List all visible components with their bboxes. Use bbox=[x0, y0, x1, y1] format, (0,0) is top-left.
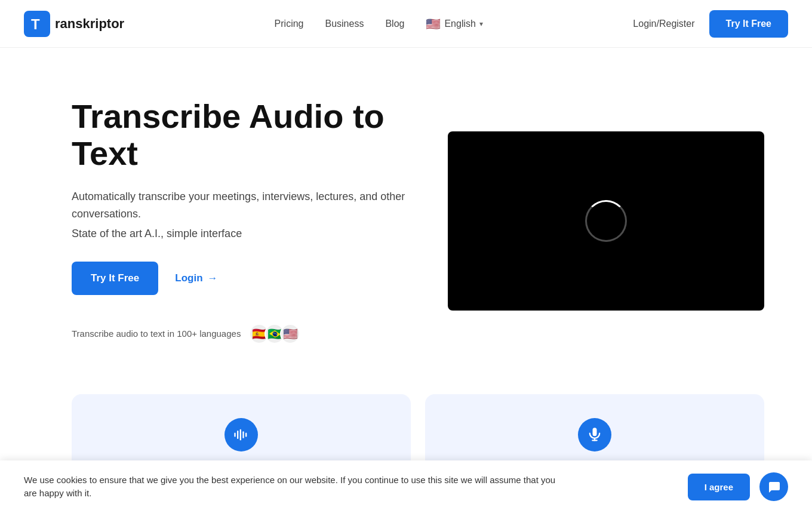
hero-cta-button[interactable]: Try It Free bbox=[72, 262, 158, 295]
cookie-text: We use cookies to ensure that we give yo… bbox=[24, 474, 561, 500]
svg-text:T: T bbox=[31, 16, 40, 32]
navbar-right: Login/Register Try It Free bbox=[633, 10, 788, 38]
languages-text: Transcribe audio to text in 100+ languag… bbox=[72, 328, 241, 339]
hero-actions: Try It Free Login → bbox=[72, 262, 406, 295]
hero-login-label: Login bbox=[175, 272, 202, 284]
cookie-actions: I agree bbox=[688, 472, 788, 501]
language-selector[interactable]: 🇺🇸 English ▾ bbox=[426, 17, 482, 31]
hero-section: Transcribe Audio to Text Automatically t… bbox=[0, 48, 812, 382]
svg-rect-4 bbox=[240, 429, 241, 441]
hero-login-link[interactable]: Login → bbox=[175, 272, 217, 284]
nav-blog[interactable]: Blog bbox=[385, 19, 404, 29]
cookie-banner: We use cookies to ensure that we give yo… bbox=[0, 460, 812, 513]
login-register-link[interactable]: Login/Register bbox=[633, 19, 694, 29]
svg-rect-6 bbox=[245, 433, 247, 437]
chat-support-button[interactable] bbox=[759, 472, 788, 501]
svg-rect-2 bbox=[234, 433, 235, 437]
nav-pricing[interactable]: Pricing bbox=[275, 19, 304, 29]
hero-languages: Transcribe audio to text in 100+ languag… bbox=[72, 324, 406, 344]
cookie-agree-button[interactable]: I agree bbox=[688, 474, 750, 500]
navbar-cta-button[interactable]: Try It Free bbox=[709, 10, 788, 38]
hero-video-area bbox=[430, 131, 764, 311]
hero-subtitle: Automatically transcribe your meetings, … bbox=[72, 188, 406, 223]
chat-icon bbox=[767, 480, 781, 494]
svg-rect-7 bbox=[593, 428, 597, 436]
local-file-icon-circle bbox=[224, 418, 258, 451]
arrow-right-icon: → bbox=[208, 272, 218, 284]
language-label: English bbox=[444, 19, 475, 29]
record-icon-circle bbox=[578, 418, 611, 451]
logo-icon: T bbox=[24, 11, 50, 37]
microphone-icon bbox=[586, 426, 603, 443]
flag-us: 🇺🇸 bbox=[280, 324, 300, 344]
hero-title: Transcribe Audio to Text bbox=[72, 98, 406, 171]
logo-text: ranskriptor bbox=[55, 16, 124, 32]
svg-rect-5 bbox=[242, 431, 244, 438]
navbar: T ranskriptor Pricing Business Blog 🇺🇸 E… bbox=[0, 0, 812, 48]
nav-business[interactable]: Business bbox=[325, 19, 364, 29]
video-player[interactable] bbox=[448, 131, 764, 311]
navbar-links: Pricing Business Blog 🇺🇸 English ▾ bbox=[275, 17, 483, 31]
svg-rect-3 bbox=[237, 431, 238, 439]
hero-tagline: State of the art A.I., simple interface bbox=[72, 228, 406, 240]
hero-content: Transcribe Audio to Text Automatically t… bbox=[72, 98, 406, 344]
flag-circles: 🇪🇸 🇧🇷 🇺🇸 bbox=[249, 324, 300, 344]
video-loading-spinner bbox=[585, 200, 627, 242]
chevron-down-icon: ▾ bbox=[479, 20, 483, 28]
waveform-icon bbox=[233, 426, 250, 443]
logo-link[interactable]: T ranskriptor bbox=[24, 11, 124, 37]
language-flag: 🇺🇸 bbox=[426, 17, 441, 31]
